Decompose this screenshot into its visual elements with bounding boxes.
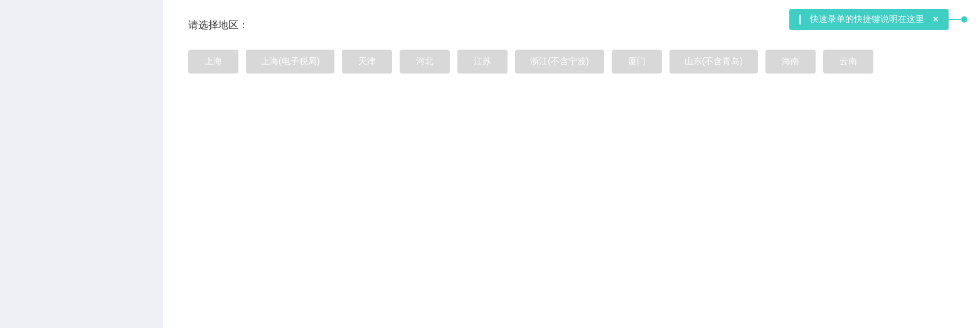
- region-button-shanghai-etax[interactable]: 上海(电子税局): [246, 50, 334, 74]
- tooltip-text: 快速录单的快捷键说明在这里: [810, 14, 924, 25]
- tooltip-line: [947, 19, 961, 20]
- region-button-jiangsu[interactable]: 江苏: [457, 50, 508, 74]
- tooltip-close-button[interactable]: ×: [933, 14, 939, 25]
- region-button-zhejiang[interactable]: 浙江(不含宁波): [515, 50, 604, 74]
- tooltip-left-bar: [799, 14, 801, 25]
- tooltip-dot: [961, 16, 967, 23]
- region-button-tianjin[interactable]: 天津: [342, 50, 392, 74]
- region-button-shanghai[interactable]: 上海: [188, 50, 238, 74]
- region-button-hainan[interactable]: 海南: [765, 50, 816, 74]
- region-button-yunnan[interactable]: 云南: [823, 50, 873, 74]
- region-button-shandong[interactable]: 山东(不含青岛): [669, 50, 758, 74]
- region-buttons: 上海上海(电子税局)天津河北江苏浙江(不含宁波)厦门山东(不含青岛)海南云南: [188, 50, 955, 74]
- main-content: 请选择地区： 上海上海(电子税局)天津河北江苏浙江(不含宁波)厦门山东(不含青岛…: [163, 0, 980, 328]
- region-button-hebei[interactable]: 河北: [400, 50, 450, 74]
- tooltip-banner: 快速录单的快捷键说明在这里 ×: [789, 9, 949, 30]
- region-button-xiamen[interactable]: 厦门: [612, 50, 662, 74]
- left-sidebar: [0, 0, 163, 328]
